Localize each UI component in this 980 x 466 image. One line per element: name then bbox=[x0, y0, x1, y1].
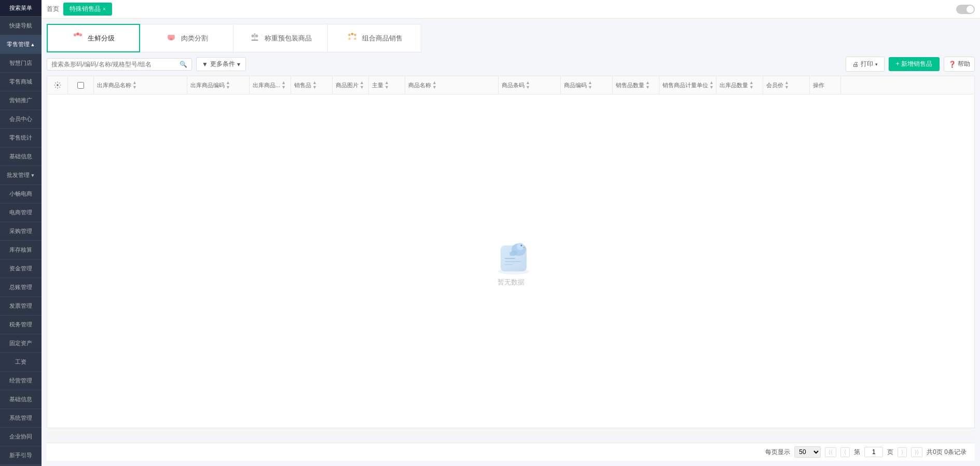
column-out-code1: 出库商品编码 ▲▼ bbox=[187, 76, 250, 94]
page-unit: 页 bbox=[887, 448, 893, 457]
svg-point-11 bbox=[254, 33, 256, 35]
sidebar-item-sys-mgmt[interactable]: 系统管理 bbox=[0, 409, 42, 428]
marketing-label: 营销推广 bbox=[9, 97, 32, 104]
member-center-label: 会员中心 bbox=[9, 115, 32, 123]
sort-out-qty-icon[interactable]: ▲▼ bbox=[749, 80, 754, 90]
sort-goods-name-icon[interactable]: ▲▼ bbox=[432, 80, 437, 90]
sidebar-item-retail-mgmt[interactable]: 零售管理 ▲ bbox=[0, 35, 42, 54]
invoice-mgmt-label: 发票管理 bbox=[9, 302, 32, 310]
column-unit: 销售商品计量单位 ▲▼ bbox=[659, 76, 716, 94]
sort-out-name-icon[interactable]: ▲▼ bbox=[132, 80, 137, 90]
sidebar-item-corp-agreement[interactable]: 企业协同 bbox=[0, 428, 42, 446]
sort-unit-icon[interactable]: ▲▼ bbox=[709, 80, 714, 90]
filter-icon: ▼ bbox=[202, 61, 208, 68]
tab-weight-pack[interactable]: 称重预包装商品 bbox=[233, 24, 328, 52]
empty-text: 暂无数据 bbox=[498, 278, 524, 287]
svg-point-9 bbox=[252, 34, 255, 37]
sidebar-item-quick-nav[interactable]: 快捷导航 bbox=[0, 17, 42, 35]
sidebar-item-mini-ecom[interactable]: 小畅电商 bbox=[0, 185, 42, 203]
ecom-mgmt-label: 电商管理 bbox=[9, 209, 32, 216]
svg-point-19 bbox=[57, 84, 59, 86]
ops-mgmt-label: 经营管理 bbox=[9, 377, 32, 385]
search-icon[interactable]: 🔍 bbox=[180, 61, 187, 68]
svg-rect-29 bbox=[505, 264, 513, 265]
active-tab[interactable]: 特殊销售品 × bbox=[63, 3, 112, 16]
sidebar-item-member-center[interactable]: 会员中心 bbox=[0, 110, 42, 129]
svg-point-5 bbox=[172, 35, 175, 38]
sidebar-item-tax-mgmt[interactable]: 税务管理 bbox=[0, 316, 42, 334]
sidebar-item-inventory[interactable]: 库存核算 bbox=[0, 241, 42, 259]
sidebar-item-purchase-mgmt[interactable]: 采购管理 bbox=[0, 222, 42, 241]
search-box[interactable]: 🔍 bbox=[47, 58, 192, 71]
sidebar-item-ops-mgmt[interactable]: 经营管理 bbox=[0, 372, 42, 390]
sort-price-icon[interactable]: ▲▼ bbox=[784, 80, 789, 90]
column-settings[interactable] bbox=[47, 76, 68, 94]
next-page-button[interactable]: ⟩ bbox=[898, 447, 907, 457]
column-goods-name: 商品名称 ▲▼ bbox=[405, 76, 499, 94]
column-checkbox[interactable] bbox=[68, 76, 94, 94]
select-all-checkbox[interactable] bbox=[77, 82, 84, 89]
sort-sales-icon[interactable]: ▲▼ bbox=[312, 80, 317, 90]
svg-point-4 bbox=[168, 35, 171, 38]
tab-combo-sales[interactable]: 组合商品销售 bbox=[328, 24, 421, 52]
retail-mgmt-label: 零售管理 bbox=[7, 40, 30, 48]
tab-meat-cut[interactable]: 肉类分割 bbox=[140, 24, 233, 52]
corp-agreement-label: 企业协同 bbox=[9, 433, 32, 441]
page-number-input[interactable] bbox=[864, 447, 883, 457]
per-page-select[interactable]: 10 20 50 100 bbox=[794, 446, 821, 458]
sidebar-item-retail-mall[interactable]: 零售商城 bbox=[0, 73, 42, 91]
basic-info-label: 基础信息 bbox=[9, 153, 32, 160]
sidebar-item-invoice-mgmt[interactable]: 发票管理 bbox=[0, 297, 42, 316]
sidebar-item-retail-stats[interactable]: 零售统计 bbox=[0, 129, 42, 147]
salary-label: 工资 bbox=[15, 358, 26, 366]
quick-nav-label: 快捷导航 bbox=[9, 22, 32, 30]
svg-point-0 bbox=[74, 34, 77, 37]
filter-button[interactable]: ▼ 更多条件 ▾ bbox=[196, 57, 246, 71]
sidebar-item-finance[interactable]: 资金管理 bbox=[0, 259, 42, 278]
prev-page-button[interactable]: ⟨ bbox=[840, 447, 850, 457]
add-sales-item-button[interactable]: + 新增销售品 bbox=[889, 57, 940, 71]
filter-arrow-icon: ▾ bbox=[237, 61, 240, 68]
close-tab-icon[interactable]: × bbox=[103, 6, 106, 12]
sidebar-item-new-guide[interactable]: 新手引导 bbox=[0, 446, 42, 465]
search-input[interactable] bbox=[51, 61, 177, 68]
tab-fresh-grade[interactable]: 生鲜分级 bbox=[47, 24, 140, 52]
sort-out-code2-icon[interactable]: ▲▼ bbox=[281, 80, 286, 90]
svg-point-16 bbox=[354, 34, 356, 36]
svg-point-1 bbox=[76, 33, 79, 36]
weight-pack-icon bbox=[249, 31, 260, 45]
theme-toggle[interactable] bbox=[956, 5, 975, 14]
sort-sales-qty-icon[interactable]: ▲▼ bbox=[645, 80, 650, 90]
sort-goods-code-icon[interactable]: ▲▼ bbox=[588, 80, 592, 90]
sidebar-item-salary[interactable]: 工资 bbox=[0, 353, 42, 372]
column-operation: 操作 bbox=[810, 76, 841, 94]
sidebar-item-general-ledger[interactable]: 总账管理 bbox=[0, 278, 42, 297]
print-arrow-icon: ▾ bbox=[875, 62, 878, 67]
sort-weight-icon[interactable]: ▲▼ bbox=[384, 80, 389, 90]
svg-point-8 bbox=[171, 38, 172, 39]
column-goods-code: 商品编码 ▲▼ bbox=[561, 76, 613, 94]
home-tab[interactable]: 首页 bbox=[47, 5, 59, 13]
horizontal-scrollbar[interactable] bbox=[47, 432, 975, 438]
sidebar-item-fixed-assets[interactable]: 固定资产 bbox=[0, 334, 42, 353]
retail-mall-label: 零售商城 bbox=[9, 78, 32, 86]
print-button[interactable]: 🖨 打印 ▾ bbox=[846, 57, 885, 72]
first-page-button[interactable]: ⟨⟨ bbox=[825, 447, 836, 457]
sidebar-item-basic-info[interactable]: 基础信息 bbox=[0, 147, 42, 166]
sidebar-item-wholesale-mgmt[interactable]: 批发管理 ▼ bbox=[0, 166, 42, 185]
print-icon: 🖨 bbox=[852, 61, 859, 68]
sidebar-item-ecom-mgmt[interactable]: 电商管理 bbox=[0, 203, 42, 222]
sort-out-code1-icon[interactable]: ▲▼ bbox=[226, 80, 230, 90]
sidebar-item-basic-info2[interactable]: 基础信息 bbox=[0, 390, 42, 409]
sort-img-icon[interactable]: ▲▼ bbox=[360, 80, 364, 90]
sidebar-item-smart-store[interactable]: 智慧门店 bbox=[0, 54, 42, 73]
sidebar-logo[interactable]: 搜索菜单 bbox=[0, 0, 42, 17]
sort-barcode-icon[interactable]: ▲▼ bbox=[526, 80, 530, 90]
sidebar-item-marketing[interactable]: 营销推广 bbox=[0, 91, 42, 110]
svg-point-10 bbox=[255, 34, 258, 37]
tax-mgmt-label: 税务管理 bbox=[9, 321, 32, 328]
column-out-name: 出库商品名称 ▲▼ bbox=[94, 76, 187, 94]
help-button[interactable]: ❓ 帮助 bbox=[944, 57, 975, 72]
help-icon: ❓ bbox=[948, 61, 956, 68]
last-page-button[interactable]: ⟩⟩ bbox=[911, 447, 922, 457]
